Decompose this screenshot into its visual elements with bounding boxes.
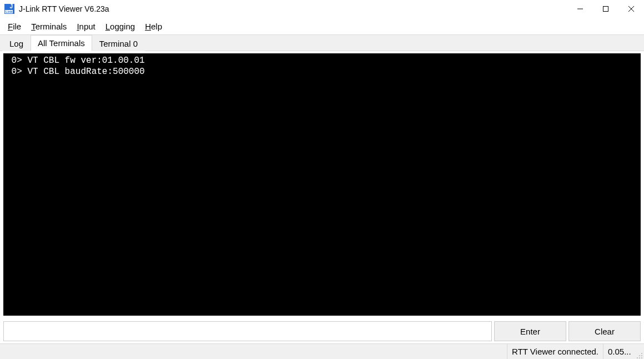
svg-point-5 [641,355,642,356]
menu-input[interactable]: Input [73,19,98,33]
tab-terminal0[interactable]: Terminal 0 [92,36,145,51]
svg-rect-1 [603,7,608,12]
enter-button[interactable]: Enter [494,321,566,341]
menu-help[interactable]: Help [142,19,165,33]
close-button[interactable] [618,0,644,18]
status-connection: RTT Viewer connected. [507,344,603,359]
svg-point-6 [639,355,640,356]
input-row: Enter Clear [0,319,644,343]
menu-logging[interactable]: Logging [102,19,138,33]
svg-point-9 [637,357,638,358]
minimize-button[interactable] [567,0,593,18]
svg-point-7 [641,357,642,358]
tab-log[interactable]: Log [2,36,31,51]
svg-point-4 [641,353,642,354]
tab-bar: Log All Terminals Terminal 0 [0,34,644,51]
terminal-output[interactable]: 0> VT CBL fw ver:01.00.01 0> VT CBL baud… [3,53,641,316]
window-controls [567,0,644,17]
svg-point-8 [639,357,640,358]
title-bar: JLink J-Link RTT Viewer V6.23a [0,0,644,18]
app-icon: JLink [4,4,14,14]
menu-terminals[interactable]: Terminals [28,19,70,33]
menu-file[interactable]: File [4,19,24,33]
window-title: J-Link RTT Viewer V6.23a [19,4,109,13]
terminal-container: 0> VT CBL fw ver:01.00.01 0> VT CBL baud… [0,51,644,319]
clear-button[interactable]: Clear [568,321,641,341]
command-input[interactable] [3,321,492,341]
status-bar: RTT Viewer connected. 0.05... [0,343,644,359]
menu-bar: File Terminals Input Logging Help [0,18,644,34]
resize-grip-icon[interactable] [636,351,643,358]
maximize-button[interactable] [593,0,618,18]
tab-all-terminals[interactable]: All Terminals [31,35,92,51]
